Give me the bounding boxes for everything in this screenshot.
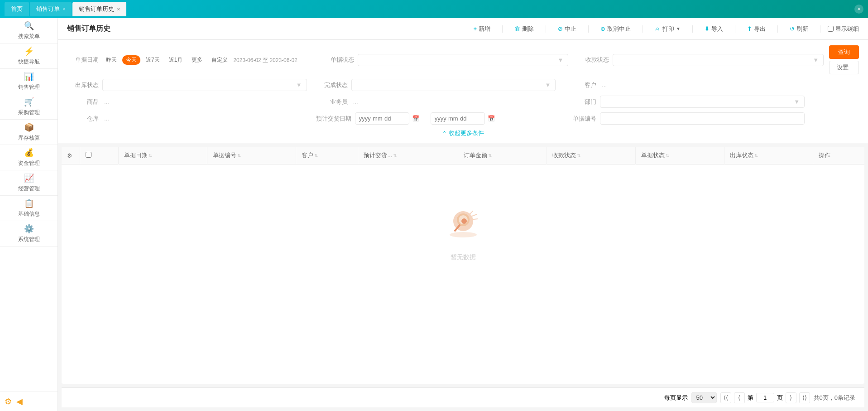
salesperson-ellipsis[interactable]: ... [351,98,360,105]
calendar-end-icon[interactable]: 📅 [488,115,495,122]
empty-row: 暂无数据 [62,164,864,298]
tab-sales-order-close[interactable]: × [62,6,65,12]
date-tab-custom[interactable]: 自定义 [208,55,231,65]
tab-sales-history[interactable]: 销售订单历史 × [72,2,126,16]
sidebar-item-purchase[interactable]: 🛒 采购管理 [0,94,58,120]
filter-group-department: 部门 ▼ [565,96,805,108]
th-checkbox[interactable] [80,147,119,164]
th-customer[interactable]: 客户 ⇅ [296,147,358,164]
svg-point-0 [450,232,477,237]
filter-group-warehouse: 仓库 ... [67,115,307,123]
th-delivery-date[interactable]: 预计交货... ⇅ [358,147,458,164]
sidebar-item-system[interactable]: ⚙️ 系统管理 [0,221,58,247]
sort-outbound-status-icon: ⇅ [754,153,758,158]
sort-delivery-date-icon: ⇅ [393,153,397,158]
payment-status-select[interactable]: ▼ [613,54,824,66]
outbound-label: 出库状态 [67,81,99,89]
date-tab-yesterday[interactable]: 昨天 [102,55,120,65]
last-page-button[interactable]: ⟩⟩ [799,392,810,403]
svg-point-4 [461,218,467,224]
sort-doc-date-icon: ⇅ [149,153,152,158]
display-col-toggle[interactable]: 显示碳细 [828,25,859,33]
warehouse-ellipsis[interactable]: ... [102,115,111,122]
collapse-label: 收起更多条件 [449,129,484,137]
collapse-button[interactable]: ⌃ 收起更多条件 [442,129,484,137]
prev-page-button[interactable]: ⟨ [734,392,745,403]
import-button[interactable]: ⬇ 导入 [700,23,728,35]
sidebar-item-sales[interactable]: 📊 销售管理 [0,69,58,94]
tab-home[interactable]: 首页 [5,2,29,16]
date-range-dash: — [422,115,428,122]
delivery-date-end[interactable] [431,112,485,125]
sidebar-item-quicknav[interactable]: ⚡ 快捷导航 [0,44,58,69]
delete-button[interactable]: 🗑 删除 [510,23,538,35]
filter-group-outbound: 出库状态 ▼ [67,79,307,91]
order-status-select[interactable]: ▼ [358,54,569,66]
empty-state-illustration [441,201,486,246]
doc-number-input[interactable] [600,112,805,125]
tab-sales-history-close[interactable]: × [117,6,120,12]
th-order-amount[interactable]: 订单金额 ⇅ [458,147,547,164]
setting-button[interactable]: 设置 [829,61,859,74]
outbound-select[interactable]: ▼ [102,79,307,91]
doc-number-label: 单据编号 [565,115,596,123]
page-input[interactable] [756,393,774,402]
select-all-checkbox[interactable] [86,152,91,158]
customer-ellipsis[interactable]: ... [600,82,609,88]
export-button[interactable]: ⬆ 导出 [743,23,770,35]
calendar-start-icon[interactable]: 📅 [412,115,419,122]
complete-status-value: ▼ [351,79,556,91]
query-label: 查询 [838,48,850,56]
next-page-button[interactable]: ⟩ [786,392,796,403]
collapse-sidebar-icon[interactable]: ◀ [16,396,23,406]
operations-icon: 📈 [24,173,34,183]
sidebar-item-sales-label: 销售管理 [18,83,40,91]
sidebar-item-finance[interactable]: 💰 资金管理 [0,145,58,170]
date-tab-7days[interactable]: 近7天 [142,55,163,65]
quicknav-icon: ⚡ [24,46,34,56]
main-layout: 🔍 搜索菜单 ⚡ 快捷导航 📊 销售管理 🛒 采购管理 📦 库存核算 💰 资金管… [0,18,868,411]
divider-4 [643,25,643,33]
add-button[interactable]: + 新增 [469,23,495,35]
settings-gear-col[interactable]: ⚙ [62,147,80,164]
refresh-icon: ↺ [790,25,795,32]
filter-group-payment-status: 收款状态 ▼ [577,54,824,66]
product-label: 商品 [67,98,99,106]
print-icon: 🖨 [655,25,661,32]
display-col-checkbox[interactable] [828,26,834,32]
th-doc-date[interactable]: 单据日期 ⇅ [119,147,207,164]
query-button[interactable]: 查询 [829,45,859,59]
print-button[interactable]: 🖨 打印 ▼ [650,23,685,35]
window-close-button[interactable]: × [854,5,863,14]
sidebar-bottom: ⚙ ◀ [0,392,58,411]
date-tab-more[interactable]: 更多 [188,55,206,65]
first-page-button[interactable]: ⟨⟨ [720,392,731,403]
cancel-stop-icon: ⊕ [600,25,605,32]
department-select[interactable]: ▼ [600,96,805,108]
settings-bottom-icon[interactable]: ⚙ [5,396,12,406]
complete-status-select[interactable]: ▼ [351,79,556,91]
filter-group-doc-number: 单据编号 [565,112,805,125]
product-ellipsis[interactable]: ... [102,98,111,105]
sidebar-item-inventory[interactable]: 📦 库存核算 [0,120,58,145]
page-label: 第 [748,394,753,402]
th-outbound-status[interactable]: 出库状态 ⇅ [724,147,813,164]
cancel-stop-button[interactable]: ⊕ 取消中止 [596,23,635,35]
sort-doc-status-icon: ⇅ [666,153,669,158]
order-status-value: ▼ [358,54,569,66]
delivery-date-start[interactable] [355,112,409,125]
collapse-row: ⌃ 收起更多条件 [67,129,859,137]
date-tab-1month[interactable]: 近1月 [165,55,187,65]
payment-status-value: ▼ [613,54,824,66]
sidebar-item-basic-info[interactable]: 📋 基础信息 [0,196,58,221]
th-doc-number[interactable]: 单据编号 ⇅ [207,147,296,164]
stop-button[interactable]: ⊘ 中止 [553,23,581,35]
th-payment-status[interactable]: 收款状态 ⇅ [547,147,635,164]
sidebar-item-search[interactable]: 🔍 搜索菜单 [0,18,58,44]
tab-sales-order[interactable]: 销售订单 × [30,2,72,16]
sidebar-item-operations[interactable]: 📈 经营管理 [0,170,58,196]
th-doc-status[interactable]: 单据状态 ⇅ [635,147,724,164]
date-tab-today[interactable]: 今天 [122,55,140,65]
page-size-select[interactable]: 50 100 200 [691,392,717,403]
refresh-button[interactable]: ↺ 刷新 [785,23,813,35]
